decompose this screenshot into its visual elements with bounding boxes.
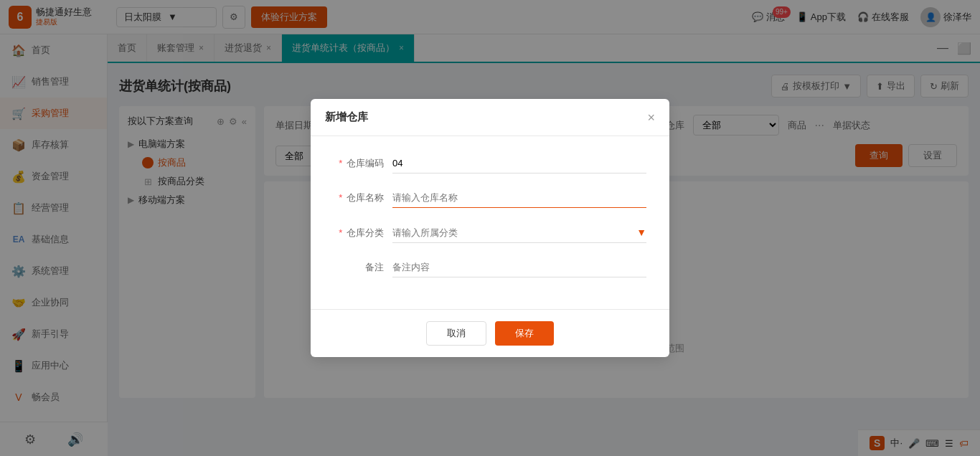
name-label: * 仓库名称 (334, 191, 384, 204)
modal-body: * 仓库编码 * 仓库名称 * 仓库分类 (311, 136, 669, 309)
required-star: * (339, 158, 342, 168)
chevron-down-icon: ▼ (636, 227, 646, 238)
required-star: * (339, 192, 342, 203)
modal-overlay[interactable]: 新增仓库 × * 仓库编码 * 仓库名称 (0, 0, 980, 456)
cancel-button[interactable]: 取消 (426, 321, 486, 346)
modal-title: 新增仓库 (325, 110, 368, 124)
form-row-category: * 仓库分类 ▼ (334, 222, 646, 243)
modal-footer: 取消 保存 (311, 309, 669, 357)
category-select-wrap[interactable]: ▼ (392, 222, 646, 243)
note-input[interactable] (392, 257, 646, 277)
code-input[interactable] (392, 153, 646, 174)
form-row-code: * 仓库编码 (334, 153, 646, 174)
category-label: * 仓库分类 (334, 227, 384, 239)
code-label: * 仓库编码 (334, 157, 384, 170)
note-label: 备注 (334, 261, 384, 274)
name-input[interactable] (392, 188, 646, 208)
modal-close-button[interactable]: × (647, 111, 655, 124)
new-warehouse-modal: 新增仓库 × * 仓库编码 * 仓库名称 (311, 99, 669, 357)
save-button[interactable]: 保存 (495, 321, 554, 346)
modal-header: 新增仓库 × (311, 99, 669, 136)
form-row-name: * 仓库名称 (334, 188, 646, 208)
required-star: * (339, 227, 342, 238)
category-input[interactable] (392, 227, 636, 238)
form-row-note: 备注 (334, 257, 646, 277)
